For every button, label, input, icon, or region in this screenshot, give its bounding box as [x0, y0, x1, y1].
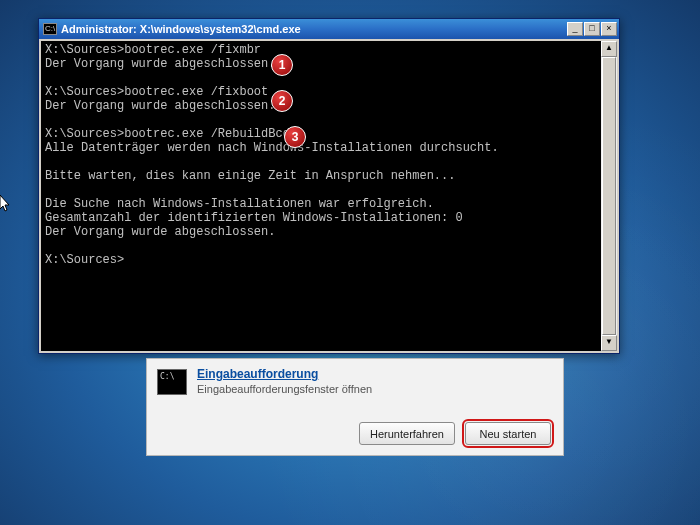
scroll-track[interactable] — [601, 57, 617, 335]
restart-button[interactable]: Neu starten — [465, 422, 551, 445]
minimize-button[interactable]: _ — [567, 22, 583, 36]
option-row: Eingabeaufforderung Eingabeaufforderungs… — [157, 367, 553, 395]
shutdown-button[interactable]: Herunterfahren — [359, 422, 455, 445]
cmd-titlebar[interactable]: C:\ Administrator: X:\windows\system32\c… — [39, 19, 619, 39]
command-prompt-link[interactable]: Eingabeaufforderung — [197, 367, 372, 381]
scrollbar[interactable]: ▲ ▼ — [601, 41, 617, 351]
scroll-up-button[interactable]: ▲ — [601, 41, 617, 57]
scroll-thumb[interactable] — [602, 57, 616, 335]
cmd-title-icon: C:\ — [43, 23, 57, 35]
cmd-window: C:\ Administrator: X:\windows\system32\c… — [38, 18, 620, 354]
cmd-title-text: Administrator: X:\windows\system32\cmd.e… — [61, 23, 567, 35]
scroll-down-button[interactable]: ▼ — [601, 335, 617, 351]
cmd-prompt-icon — [157, 369, 187, 395]
close-button[interactable]: × — [601, 22, 617, 36]
cmd-output[interactable]: X:\Sources>bootrec.exe /fixmbr Der Vorga… — [41, 41, 601, 351]
cmd-body: X:\Sources>bootrec.exe /fixmbr Der Vorga… — [41, 41, 617, 351]
maximize-button[interactable]: □ — [584, 22, 600, 36]
mouse-cursor — [0, 195, 12, 213]
command-prompt-description: Eingabeaufforderungsfenster öffnen — [197, 383, 372, 395]
recovery-panel: Eingabeaufforderung Eingabeaufforderungs… — [146, 358, 564, 456]
